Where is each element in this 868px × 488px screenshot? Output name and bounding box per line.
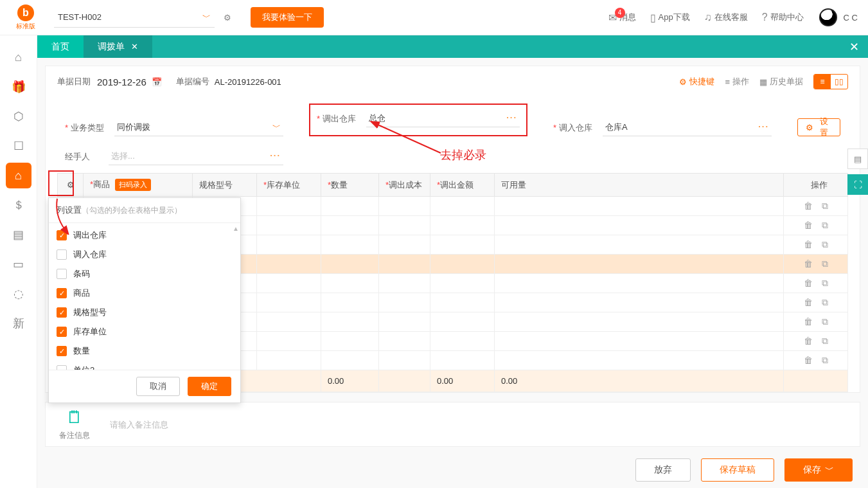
gear-icon[interactable]: ⚙ (67, 180, 75, 190)
delete-icon[interactable]: 🗑 (804, 201, 813, 212)
column-option[interactable]: ✓调出仓库 (49, 226, 240, 245)
more-icon[interactable]: ··· (758, 122, 769, 131)
delete-icon[interactable]: 🗑 (804, 336, 813, 347)
checkbox-icon[interactable]: ✓ (57, 230, 67, 240)
checkbox-icon[interactable] (57, 249, 67, 260)
topbar: b 标准版 TEST-H002 ﹀ ⚙ 我要体验一下 ✉ 消息 4 ▯ App下… (0, 0, 868, 35)
scan-button[interactable]: 扫码录入 (115, 179, 151, 191)
top-help[interactable]: ? 帮助中心 (762, 12, 804, 23)
avatar[interactable] (819, 8, 837, 26)
cta-button[interactable]: 我要体验一下 (251, 7, 324, 28)
more-icon[interactable]: ··· (270, 150, 281, 160)
column-option[interactable]: ✓库存单位 (49, 322, 240, 341)
field-out-warehouse[interactable]: * 调出仓库 总仓··· (309, 104, 527, 136)
date-value[interactable]: 2019-12-26 (97, 77, 146, 87)
column-option-label: 调出仓库 (73, 230, 107, 241)
more-icon[interactable]: ··· (506, 113, 517, 122)
scroll-up-icon[interactable]: ▲ (233, 225, 239, 232)
delete-icon[interactable]: 🗑 (804, 355, 813, 366)
top-service[interactable]: ♫ 在线客服 (704, 12, 748, 23)
checkbox-icon[interactable]: ✓ (57, 288, 67, 298)
remark-input[interactable] (103, 402, 860, 446)
col-avail: 可用量 (495, 174, 784, 197)
column-option[interactable]: 条码 (49, 264, 240, 284)
popover-ok-button[interactable]: 确定 (188, 377, 231, 396)
calendar-icon[interactable]: 📅 (152, 77, 162, 87)
column-option[interactable]: ✓商品 (49, 284, 240, 303)
sidebar-home-icon[interactable]: ⌂ (6, 44, 31, 70)
biz-type-value[interactable]: 同价调拨﹀ (114, 119, 283, 136)
discard-button[interactable]: 放弃 (635, 458, 691, 482)
view-grid-icon[interactable]: ▯▯ (831, 75, 847, 89)
delete-icon[interactable]: 🗑 (804, 278, 813, 289)
popover-list[interactable]: ✓调出仓库调入仓库条码✓商品✓规格型号✓库存单位✓数量单位2 (49, 222, 240, 370)
tab-transfer[interactable]: 调拨单 ✕ (84, 35, 152, 58)
sidebar-new-icon[interactable]: 新 (6, 311, 31, 336)
delete-icon[interactable]: 🗑 (804, 220, 813, 231)
settings-button[interactable]: ⚙ 设置 (797, 118, 840, 136)
delete-icon[interactable]: 🗑 (804, 297, 813, 308)
field-handler[interactable]: 经手人 选择...··· (65, 148, 283, 165)
sidebar-warehouse-icon[interactable]: ⌂ (6, 163, 31, 188)
checkbox-icon[interactable] (57, 269, 67, 279)
chevron-down-icon: ﹀ (202, 12, 211, 23)
checkbox-icon[interactable]: ✓ (57, 327, 67, 337)
out-wh-value[interactable]: 总仓··· (366, 110, 520, 127)
chevron-down-icon: ﹀ (272, 122, 281, 133)
delete-icon[interactable]: 🗑 (804, 258, 813, 269)
sidebar-card-icon[interactable]: ▭ (6, 251, 31, 277)
float-note-icon[interactable]: ▤ (847, 149, 868, 169)
copy-icon[interactable]: ⧉ (822, 258, 828, 269)
copy-icon[interactable]: ⧉ (822, 316, 828, 327)
column-option[interactable]: 单位2 (49, 361, 240, 370)
column-option-label: 商品 (73, 287, 90, 299)
top-messages[interactable]: ✉ 消息 4 (608, 12, 636, 24)
close-icon[interactable]: ✕ (131, 42, 138, 51)
view-list-icon[interactable]: ≡ (814, 75, 831, 89)
float-expand-icon[interactable]: ⛶ (847, 174, 868, 195)
delete-icon[interactable]: 🗑 (804, 239, 813, 250)
copy-icon[interactable]: ⧉ (822, 355, 828, 366)
column-option[interactable]: 调入仓库 (49, 245, 240, 264)
sidebar-shop-icon[interactable]: ⬡ (6, 104, 31, 129)
checkbox-icon[interactable] (57, 365, 67, 370)
history-button[interactable]: ▦ 历史单据 (759, 76, 803, 87)
gear-icon[interactable]: ⚙ (224, 13, 231, 23)
handler-label: 经手人 (65, 151, 109, 163)
delete-icon[interactable]: 🗑 (804, 316, 813, 327)
sidebar-ring-icon[interactable]: ◌ (6, 281, 31, 307)
handler-value[interactable]: 选择...··· (109, 148, 283, 165)
popover-cancel-button[interactable]: 取消 (136, 377, 180, 396)
column-option[interactable]: ✓数量 (49, 341, 240, 361)
save-draft-button[interactable]: 保存草稿 (701, 458, 774, 482)
save-button[interactable]: 保存 ﹀ (784, 458, 853, 482)
copy-icon[interactable]: ⧉ (822, 239, 828, 250)
copy-icon[interactable]: ⧉ (822, 278, 828, 289)
copy-icon[interactable]: ⧉ (822, 297, 828, 308)
copy-icon[interactable]: ⧉ (822, 220, 828, 231)
annotation-text: 去掉必录 (440, 147, 486, 163)
sidebar-money-icon[interactable]: ＄ (6, 192, 31, 218)
field-biz-type[interactable]: * 业务类型 同价调拨﹀ (65, 119, 283, 136)
sidebar-clipboard-icon[interactable]: ▤ (6, 222, 31, 248)
view-toggle[interactable]: ≡ ▯▯ (813, 74, 848, 89)
org-select[interactable]: TEST-H002 ﹀ (54, 7, 215, 28)
copy-icon[interactable]: ⧉ (822, 336, 828, 347)
tab-home[interactable]: 首页 (37, 35, 84, 58)
checkbox-icon[interactable]: ✓ (57, 307, 67, 318)
copy-icon[interactable]: ⧉ (822, 201, 828, 212)
column-option[interactable]: ✓规格型号 (49, 303, 240, 322)
tabs-close-all[interactable]: ✕ (840, 35, 868, 58)
hotkey-button[interactable]: ⚙ 快捷键 (679, 76, 714, 87)
sidebar: ⌂ 🎁 ⬡ ☐ ⌂ ＄ ▤ ▭ ◌ 新 (0, 35, 37, 488)
operate-button[interactable]: ≡ 操作 (725, 76, 749, 87)
col-out-amt: *调出金额 (430, 174, 495, 197)
top-app-download[interactable]: ▯ App下载 (650, 12, 690, 24)
sidebar-bag-icon[interactable]: ☐ (6, 133, 31, 159)
checkbox-icon[interactable]: ✓ (57, 346, 67, 356)
in-wh-value[interactable]: 仓库A··· (603, 119, 772, 136)
field-in-warehouse[interactable]: * 调入仓库 仓库A··· (553, 119, 772, 136)
remark-section: 🗒 备注信息 (45, 402, 860, 447)
sidebar-gift-icon[interactable]: 🎁 (6, 74, 31, 100)
col-gear[interactable]: ⚙ (58, 174, 84, 197)
